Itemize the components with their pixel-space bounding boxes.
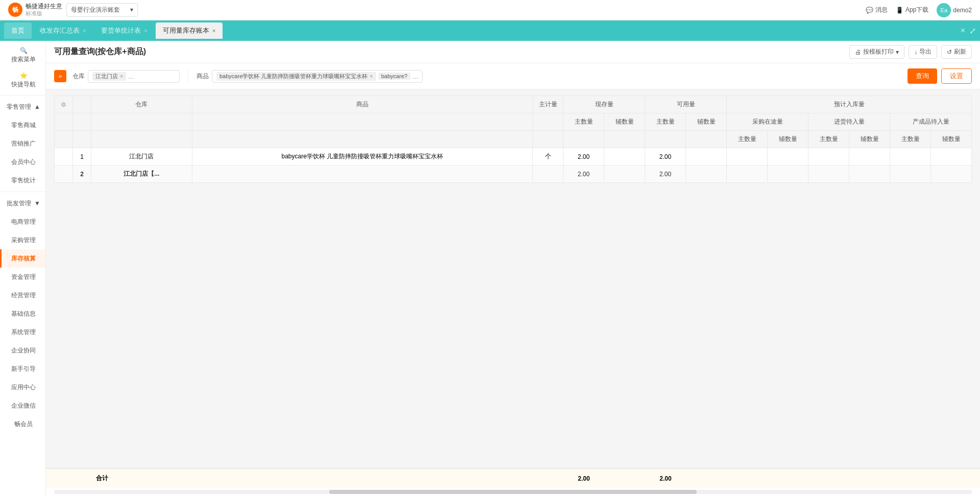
tab-receivables[interactable]: 收发存汇总表 ×: [33, 22, 93, 39]
row2-stock-aux: [604, 166, 645, 183]
tab-order-stats-close[interactable]: ×: [144, 28, 147, 34]
sidebar-item-wholesale-mgmt[interactable]: 批发管理 ▼: [0, 194, 45, 212]
logo-icon: 畅: [8, 3, 22, 17]
sidebar-item-ecommerce[interactable]: 电商管理: [0, 212, 45, 231]
export-btn[interactable]: ↓ 导出: [909, 45, 937, 59]
summary-table: 合计 2.00 2.00: [54, 472, 972, 485]
user-info[interactable]: Ea demo2: [937, 3, 972, 17]
warehouse-filter-tags[interactable]: 江北门店 × ...: [88, 70, 180, 83]
product-tag-1-close[interactable]: ×: [370, 73, 373, 79]
col-available-header: 可用量: [645, 96, 727, 113]
sidebar-item-inventory[interactable]: 库存核算: [0, 249, 45, 268]
sidebar-item-member2[interactable]: 畅会员: [0, 415, 45, 433]
tab-order-stats[interactable]: 要货单统计表 ×: [94, 22, 154, 39]
sidebar-item-corp-wechat[interactable]: 企业微信: [0, 396, 45, 415]
col-product-main-header: 主数量: [890, 131, 931, 148]
logo-text-block: 畅捷通好生意 标准版: [26, 3, 62, 17]
row1-stock-main: 2.00: [564, 148, 604, 166]
product-tag-1-text: babycare学饮杯 儿童防摔防撞吸管杯重力球吸嘴杯宝宝水杯: [219, 73, 368, 80]
col-empty-8: [645, 131, 686, 148]
industry-label: 母婴行业演示账套: [71, 6, 120, 14]
col-settings-icon[interactable]: ⚙: [61, 101, 66, 108]
search-icon: 🔍: [20, 47, 28, 54]
logo-text: 畅捷通好生意: [26, 3, 62, 10]
col-product-sub: [192, 113, 532, 131]
row1-avail-main: 2.00: [645, 148, 686, 166]
row2-incoming-aux: [849, 166, 890, 183]
tab-inventory-close[interactable]: ×: [212, 28, 215, 34]
warehouse-tag-close[interactable]: ×: [120, 73, 123, 79]
wholesale-mgmt-label: 批发管理: [7, 199, 31, 208]
retail-mgmt-label: 零售管理: [7, 103, 31, 111]
sidebar-item-system[interactable]: 系统管理: [0, 323, 45, 341]
horizontal-scrollbar[interactable]: [54, 490, 972, 494]
sidebar-item-operation[interactable]: 经营管理: [0, 286, 45, 304]
warehouse-ellipsis[interactable]: ...: [128, 73, 134, 80]
scrollbar-thumb: [329, 490, 696, 494]
row1-settings: [55, 148, 73, 166]
sidebar-item-purchase[interactable]: 采购管理: [0, 231, 45, 249]
sidebar-item-search[interactable]: 🔍 搜索菜单: [0, 43, 45, 68]
app-download-btn[interactable]: 📱 App下载: [896, 6, 928, 14]
retail-mgmt-arrow: ▲: [34, 103, 40, 110]
product-tag-2: babycare?: [378, 73, 410, 80]
purchase-label: 采购管理: [11, 236, 36, 245]
sidebar-item-retail-stats[interactable]: 零售统计: [0, 171, 45, 190]
quicknav-label: 快捷导航: [11, 80, 36, 89]
search-label: 搜索菜单: [11, 55, 36, 64]
product-ellipsis[interactable]: ...: [412, 73, 418, 80]
quicknav-icon: ⭐: [20, 72, 28, 79]
row2-purchase-main: [727, 166, 768, 183]
sidebar-item-quicknav[interactable]: ⭐ 快捷导航: [0, 68, 45, 93]
product-filter-tags[interactable]: babycare学饮杯 儿童防摔防撞吸管杯重力球吸嘴杯宝宝水杯 × babyca…: [212, 70, 423, 83]
logo-area: 畅 畅捷通好生意 标准版: [8, 3, 62, 17]
inventory-label: 库存核算: [11, 254, 36, 263]
sidebar-item-retail-mgmt[interactable]: 零售管理 ▲: [0, 98, 45, 116]
retail-store-label: 零售商城: [11, 121, 36, 130]
row2-settings: [55, 166, 73, 183]
tab-home[interactable]: 首页: [4, 22, 32, 39]
app-download-label: App下载: [905, 6, 928, 14]
row2-purchase-aux: [768, 166, 808, 183]
row2-product: [192, 166, 532, 183]
filter-buttons: 查询 设置: [908, 68, 972, 84]
sidebar-item-enterprise[interactable]: 企业协同: [0, 341, 45, 360]
sidebar-top-section: 🔍 搜索菜单 ⭐ 快捷导航 零售管理 ▲ 零售商城 营销推广 会员中心: [0, 41, 45, 435]
sidebar-item-retail-store[interactable]: 零售商城: [0, 116, 45, 134]
summary-label: 合计: [91, 472, 202, 485]
enterprise-label: 企业协同: [11, 346, 36, 355]
tab-inventory[interactable]: 可用量库存账本 ×: [156, 22, 223, 39]
sidebar-item-finance[interactable]: 资金管理: [0, 268, 45, 286]
col-empty-7: [604, 131, 645, 148]
col-unit-header: 主计量: [533, 96, 564, 113]
row1-product: babycare学饮杯 儿童防摔防撞吸管杯重力球吸嘴杯宝宝水杯: [192, 148, 532, 166]
message-btn[interactable]: 💬 消息: [866, 6, 888, 14]
filter-expand-btn[interactable]: »: [54, 70, 66, 82]
industry-selector[interactable]: 母婴行业演示账套 ▾: [66, 3, 138, 17]
bottom-area: 合计 2.00 2.00: [46, 468, 980, 496]
sidebar-item-new-guide[interactable]: 新手引导: [0, 360, 45, 378]
refresh-btn[interactable]: ↺ 刷新: [941, 45, 972, 59]
sidebar-item-basic-info[interactable]: 基础信息: [0, 304, 45, 323]
template-print-btn[interactable]: 🖨 按模板打印 ▾: [849, 45, 904, 59]
maximize-btn[interactable]: ⤢: [969, 26, 976, 36]
sidebar-item-member[interactable]: 会员中心: [0, 153, 45, 171]
row2-stock-main: 2.00: [564, 166, 604, 183]
col-stock-header: 现存量: [564, 96, 645, 113]
sidebar-item-app-center[interactable]: 应用中心: [0, 378, 45, 396]
marketing-label: 营销推广: [11, 139, 36, 148]
col-stock-main-header: 主数量: [564, 113, 604, 131]
sidebar-item-marketing[interactable]: 营销推广: [0, 134, 45, 153]
tab-receivables-close[interactable]: ×: [83, 28, 86, 34]
settings-btn[interactable]: 设置: [941, 68, 972, 84]
col-warehouse-header: 仓库: [91, 96, 192, 113]
new-guide-label: 新手引导: [11, 365, 36, 373]
col-no-sub: [73, 113, 91, 131]
minimize-btn[interactable]: ×: [961, 26, 965, 36]
query-btn[interactable]: 查询: [908, 68, 937, 84]
row1-avail-aux: [686, 148, 727, 166]
avatar: Ea: [937, 3, 951, 17]
row1-warehouse: 江北门店: [91, 148, 192, 166]
col-warehouse-sub: [91, 113, 192, 131]
warehouse-tag: 江北门店 ×: [92, 72, 126, 81]
